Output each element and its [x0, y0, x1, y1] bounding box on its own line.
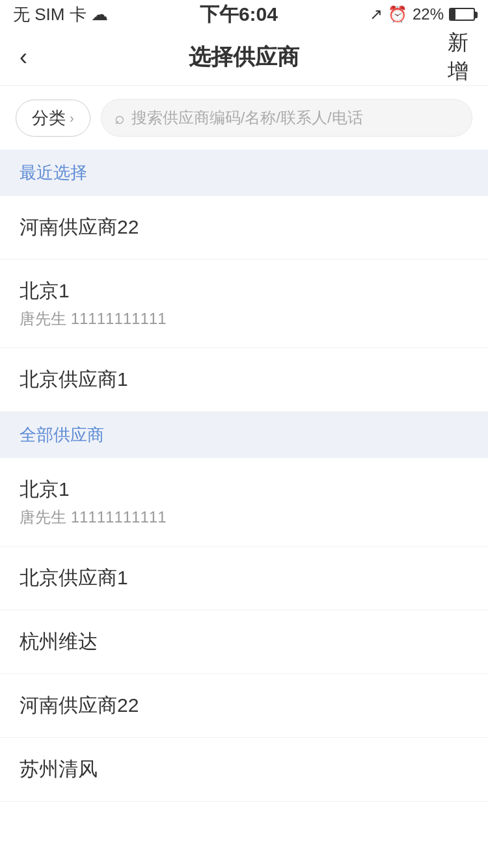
item-sub: 唐先生 11111111111 [20, 507, 468, 528]
sim-status: 无 SIM 卡 ☁ [13, 3, 108, 26]
new-add-button[interactable]: 新增 [429, 29, 468, 86]
all-section-header: 全部供应商 [0, 412, 488, 458]
status-left: 无 SIM 卡 ☁ [13, 3, 108, 26]
item-name: 北京1 [20, 278, 468, 305]
page-title: 选择供应商 [189, 42, 299, 72]
item-name: 河南供应商22 [20, 692, 468, 719]
item-name: 北京供应商1 [20, 366, 468, 393]
list-item[interactable]: 北京供应商1 [0, 547, 488, 610]
status-time: 下午6:04 [200, 1, 278, 28]
item-sub: 唐先生 11111111111 [20, 308, 468, 329]
recent-section-header: 最近选择 [0, 150, 488, 196]
back-button[interactable]: ‹ [20, 44, 59, 71]
list-item[interactable]: 北京1 唐先生 11111111111 [0, 458, 488, 547]
item-name: 北京1 [20, 476, 468, 503]
status-right: ↗ ⏰ 22% [370, 5, 475, 23]
location-icon: ↗ [370, 5, 383, 23]
list-item[interactable]: 河南供应商22 [0, 674, 488, 738]
nav-bar: ‹ 选择供应商 新增 [0, 29, 488, 86]
recent-list: 河南供应商22 北京1 唐先生 11111111111 北京供应商1 [0, 196, 488, 412]
category-label: 分类 [32, 107, 66, 129]
search-box[interactable]: ⌕ 搜索供应商编码/名称/联系人/电话 [101, 99, 472, 137]
alarm-icon: ⏰ [388, 5, 407, 23]
list-item[interactable]: 杭州维达 [0, 610, 488, 674]
list-item[interactable]: 北京供应商1 [0, 348, 488, 412]
item-name: 北京供应商1 [20, 565, 468, 591]
battery-percentage: 22% [413, 5, 444, 23]
status-bar: 无 SIM 卡 ☁ 下午6:04 ↗ ⏰ 22% [0, 0, 488, 29]
search-placeholder: 搜索供应商编码/名称/联系人/电话 [131, 107, 363, 128]
battery-icon [449, 8, 475, 21]
list-item[interactable]: 苏州清风 [0, 738, 488, 802]
chevron-right-icon: › [70, 111, 74, 126]
item-name: 杭州维达 [20, 629, 468, 655]
all-list: 北京1 唐先生 11111111111 北京供应商1杭州维达河南供应商22苏州清… [0, 458, 488, 802]
category-button[interactable]: 分类 › [16, 100, 90, 137]
item-name: 河南供应商22 [20, 214, 468, 241]
list-item[interactable]: 北京1 唐先生 11111111111 [0, 260, 488, 348]
filter-bar: 分类 › ⌕ 搜索供应商编码/名称/联系人/电话 [0, 86, 488, 150]
search-icon: ⌕ [115, 108, 125, 128]
item-name: 苏州清风 [20, 756, 468, 783]
list-item[interactable]: 河南供应商22 [0, 196, 488, 260]
